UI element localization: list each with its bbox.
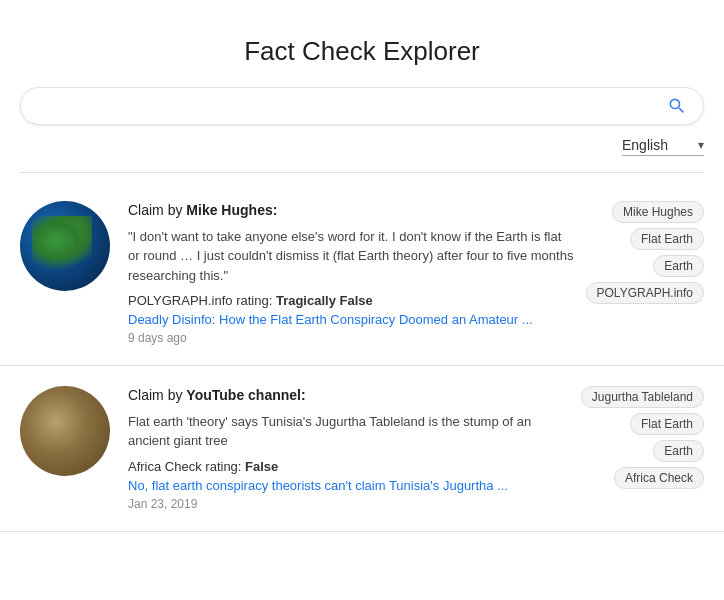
tag-polygraph[interactable]: POLYGRAPH.info <box>586 282 704 304</box>
rating-value-1: Tragically False <box>276 293 373 308</box>
search-bar-container: is the world flat <box>0 87 724 137</box>
search-input[interactable]: is the world flat <box>37 98 667 115</box>
page-header: Fact Check Explorer <box>0 0 724 87</box>
rating-source-1: POLYGRAPH.info <box>128 293 233 308</box>
result-link-2[interactable]: No, flat earth conspiracy theorists can'… <box>128 478 548 493</box>
rating-line-1: POLYGRAPH.info rating: Tragically False <box>128 293 574 308</box>
rating-line-2: Africa Check rating: False <box>128 459 569 474</box>
tag-flat-earth-1[interactable]: Flat Earth <box>630 228 704 250</box>
result-thumbnail-1 <box>20 201 110 291</box>
result-item-2: Claim by YouTube channel: Flat earth 'th… <box>0 366 724 532</box>
claim-title-2: Claim by YouTube channel: <box>128 386 569 406</box>
tag-mike-hughes[interactable]: Mike Hughes <box>612 201 704 223</box>
tag-jugurtha[interactable]: Jugurtha Tableland <box>581 386 704 408</box>
claim-quote-1: "I don't want to take anyone else's word… <box>128 227 574 286</box>
tags-column-2: Jugurtha Tableland Flat Earth Earth Afri… <box>581 386 704 489</box>
result-thumbnail-2 <box>20 386 110 476</box>
tag-africa-check[interactable]: Africa Check <box>614 467 704 489</box>
tag-earth-2[interactable]: Earth <box>653 440 704 462</box>
result-date-1: 9 days ago <box>128 331 574 345</box>
result-link-1[interactable]: Deadly Disinfo: How the Flat Earth Consp… <box>128 312 548 327</box>
claim-quote-2: Flat earth 'theory' says Tunisia's Jugur… <box>128 412 569 451</box>
search-icon <box>667 96 687 116</box>
results-list: Claim by Mike Hughes: "I don't want to t… <box>0 181 724 532</box>
tag-flat-earth-2[interactable]: Flat Earth <box>630 413 704 435</box>
rating-value-2: False <box>245 459 278 474</box>
search-bar: is the world flat <box>20 87 704 125</box>
result-content-1: Claim by Mike Hughes: "I don't want to t… <box>128 201 574 345</box>
tags-column-1: Mike Hughes Flat Earth Earth POLYGRAPH.i… <box>586 201 704 304</box>
language-row: English Spanish French German Portuguese… <box>0 137 724 164</box>
rating-label-2: rating: <box>205 459 245 474</box>
result-date-2: Jan 23, 2019 <box>128 497 569 511</box>
claim-title-1: Claim by Mike Hughes: <box>128 201 574 221</box>
language-select[interactable]: English Spanish French German Portuguese <box>622 137 712 153</box>
claim-author-2: YouTube channel: <box>186 387 305 403</box>
result-content-2: Claim by YouTube channel: Flat earth 'th… <box>128 386 569 511</box>
result-item-1: Claim by Mike Hughes: "I don't want to t… <box>0 181 724 366</box>
rating-source-2: Africa Check <box>128 459 202 474</box>
tag-earth-1[interactable]: Earth <box>653 255 704 277</box>
page-container: Fact Check Explorer is the world flat En… <box>0 0 724 532</box>
rating-label-1: rating: <box>236 293 276 308</box>
language-selector[interactable]: English Spanish French German Portuguese… <box>622 137 704 156</box>
top-divider <box>20 172 704 173</box>
search-button[interactable] <box>667 96 687 116</box>
claim-prefix-1: Claim by <box>128 202 186 218</box>
claim-prefix-2: Claim by <box>128 387 186 403</box>
page-title: Fact Check Explorer <box>20 36 704 67</box>
claim-author-1: Mike Hughes: <box>186 202 277 218</box>
